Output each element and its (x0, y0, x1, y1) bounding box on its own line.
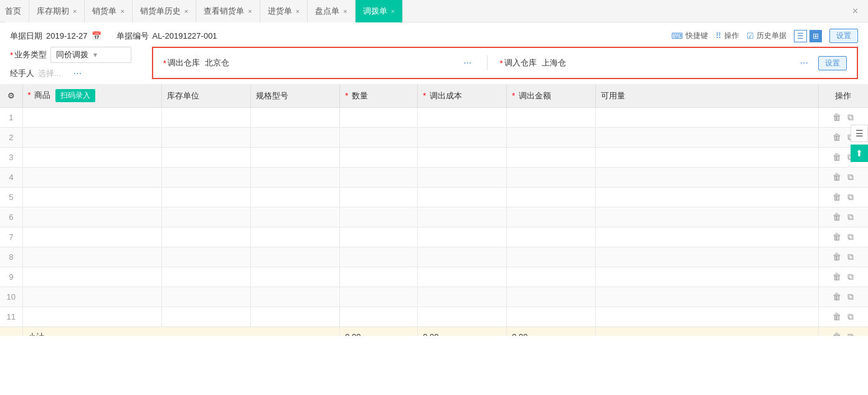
row-avail-1[interactable] (596, 108, 818, 128)
row-avail-8[interactable] (596, 247, 818, 267)
row-amount-7[interactable] (507, 227, 596, 247)
row-qty-4[interactable] (340, 168, 418, 188)
row-amount-6[interactable] (507, 207, 596, 227)
row-product-3[interactable] (22, 148, 162, 168)
row-spec-5[interactable] (251, 188, 340, 207)
row-cost-9[interactable] (418, 267, 507, 287)
row-qty-2[interactable] (340, 128, 418, 148)
subtotal-copy-icon[interactable]: ⧉ (846, 331, 856, 336)
delete-icon-4[interactable]: 🗑 (831, 172, 843, 182)
float-export-btn[interactable]: ⬆ (851, 145, 868, 162)
row-amount-5[interactable] (507, 188, 596, 207)
row-avail-2[interactable] (596, 128, 818, 148)
row-qty-10[interactable] (340, 287, 418, 307)
row-cost-11[interactable] (418, 307, 507, 327)
row-unit-4[interactable] (162, 168, 251, 188)
tab-inventory-init-close[interactable]: × (73, 7, 77, 15)
row-spec-7[interactable] (251, 227, 340, 247)
row-cost-1[interactable] (418, 108, 507, 128)
handler-placeholder[interactable]: 选择... (38, 68, 61, 79)
row-qty-3[interactable] (340, 148, 418, 168)
scan-btn[interactable]: 扫码录入 (55, 89, 95, 102)
row-spec-6[interactable] (251, 207, 340, 227)
row-cost-4[interactable] (418, 168, 507, 188)
row-qty-5[interactable] (340, 188, 418, 207)
tab-sales-history[interactable]: 销货单历史 × (133, 0, 196, 22)
row-avail-10[interactable] (596, 287, 818, 307)
row-qty-6[interactable] (340, 207, 418, 227)
row-product-2[interactable] (22, 128, 162, 148)
row-avail-3[interactable] (596, 148, 818, 168)
row-spec-2[interactable] (251, 128, 340, 148)
row-avail-6[interactable] (596, 207, 818, 227)
delete-icon-7[interactable]: 🗑 (831, 232, 843, 242)
delete-icon-6[interactable]: 🗑 (831, 212, 843, 222)
copy-icon-7[interactable]: ⧉ (846, 232, 856, 242)
row-unit-11[interactable] (162, 307, 251, 327)
history-button[interactable]: ☑ 历史单据 (747, 31, 786, 41)
copy-icon-10[interactable]: ⧉ (846, 292, 856, 302)
business-type-select[interactable]: 同价调拨 ▾ (50, 47, 131, 63)
row-product-11[interactable] (22, 307, 162, 327)
row-unit-10[interactable] (162, 287, 251, 307)
row-amount-11[interactable] (507, 307, 596, 327)
row-amount-9[interactable] (507, 267, 596, 287)
copy-icon-8[interactable]: ⧉ (846, 252, 856, 262)
tab-purchase-close[interactable]: × (296, 7, 300, 15)
delete-icon-3[interactable]: 🗑 (831, 152, 843, 162)
row-qty-9[interactable] (340, 267, 418, 287)
row-cost-2[interactable] (418, 128, 507, 148)
row-amount-10[interactable] (507, 287, 596, 307)
layout-btn-1[interactable]: ☰ (794, 30, 807, 42)
row-amount-4[interactable] (507, 168, 596, 188)
tab-view-sales[interactable]: 查看销货单 × (196, 0, 260, 22)
copy-icon-5[interactable]: ⧉ (846, 192, 856, 202)
copy-icon-4[interactable]: ⧉ (846, 172, 856, 182)
row-product-5[interactable] (22, 188, 162, 207)
row-product-10[interactable] (22, 287, 162, 307)
row-spec-11[interactable] (251, 307, 340, 327)
shortcut-button[interactable]: ⌨ 快捷键 (671, 31, 708, 41)
row-product-8[interactable] (22, 247, 162, 267)
row-amount-2[interactable] (507, 128, 596, 148)
row-qty-8[interactable] (340, 247, 418, 267)
global-close-button[interactable]: × (847, 6, 863, 17)
copy-icon-6[interactable]: ⧉ (846, 212, 856, 222)
layout-btn-2[interactable]: ⊞ (809, 30, 822, 42)
row-cost-7[interactable] (418, 227, 507, 247)
calendar-icon[interactable]: 📅 (92, 31, 101, 40)
row-product-4[interactable] (22, 168, 162, 188)
row-spec-10[interactable] (251, 287, 340, 307)
row-spec-8[interactable] (251, 247, 340, 267)
copy-icon-11[interactable]: ⧉ (846, 312, 856, 321)
row-unit-2[interactable] (162, 128, 251, 148)
th-gear[interactable]: ⚙ (0, 84, 22, 108)
row-qty-1[interactable] (340, 108, 418, 128)
row-product-7[interactable] (22, 227, 162, 247)
tab-sales-history-close[interactable]: × (184, 7, 188, 15)
tab-sales[interactable]: 销货单 × (85, 0, 132, 22)
row-avail-7[interactable] (596, 227, 818, 247)
row-unit-7[interactable] (162, 227, 251, 247)
tab-transfer[interactable]: 调拨单 × (356, 0, 403, 22)
out-warehouse-dots-button[interactable]: ··· (461, 57, 474, 69)
row-unit-1[interactable] (162, 108, 251, 128)
row-unit-9[interactable] (162, 267, 251, 287)
row-unit-8[interactable] (162, 247, 251, 267)
row-unit-6[interactable] (162, 207, 251, 227)
tab-inventory-init[interactable]: 库存期初 × (29, 0, 85, 22)
delete-icon-10[interactable]: 🗑 (831, 292, 843, 302)
row-product-9[interactable] (22, 267, 162, 287)
delete-icon-1[interactable]: 🗑 (831, 112, 843, 122)
delete-icon-9[interactable]: 🗑 (831, 272, 843, 282)
delete-icon-8[interactable]: 🗑 (831, 252, 843, 262)
row-avail-11[interactable] (596, 307, 818, 327)
tab-stocktake-close[interactable]: × (343, 7, 347, 15)
settings-button[interactable]: 设置 (829, 29, 858, 43)
row-avail-5[interactable] (596, 188, 818, 207)
warehouse-settings-button[interactable]: 设置 (818, 56, 847, 70)
row-cost-5[interactable] (418, 188, 507, 207)
row-unit-3[interactable] (162, 148, 251, 168)
in-warehouse-dots-button[interactable]: ··· (798, 57, 811, 69)
subtotal-delete-icon[interactable]: 🗑 (831, 331, 843, 336)
